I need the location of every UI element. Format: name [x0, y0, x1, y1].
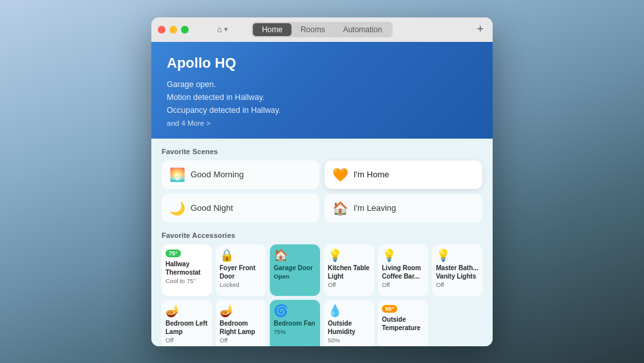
- accessory-outside-temp[interactable]: 95° Outside Temperature: [378, 300, 428, 346]
- scene-im-home-label: I'm Home: [354, 170, 389, 179]
- vanity-lights-name: Master Bath... Vanity Lights: [436, 264, 478, 280]
- home-title: Apollo HQ: [167, 55, 477, 72]
- thermostat-badge: 75°: [166, 250, 181, 257]
- scene-good-night[interactable]: 🌙 Good Night: [162, 194, 319, 222]
- vanity-lights-icon: 💡: [436, 250, 450, 261]
- good-morning-icon: 🌅: [169, 168, 185, 181]
- accessory-kitchen-light[interactable]: 💡 Kitchen Table Light Off: [324, 244, 374, 296]
- traffic-lights: [158, 26, 189, 34]
- outside-temp-name: Outside Temperature: [382, 315, 424, 332]
- accessory-front-door[interactable]: 🔒 Foyer Front Door Locked: [216, 244, 266, 296]
- scene-im-leaving[interactable]: 🏠 I'm Leaving: [325, 194, 482, 222]
- front-door-name: Foyer Front Door: [220, 264, 262, 280]
- alert-2: Motion detected in Hallway.: [167, 91, 477, 104]
- bedroom-left-lamp-icon: 🪔: [166, 305, 180, 317]
- alert-1: Garage open.: [167, 78, 477, 91]
- bedroom-fan-name: Bedroom Fan: [274, 319, 315, 328]
- thermostat-status: Cool to 75°: [166, 277, 196, 284]
- close-button[interactable]: [158, 26, 166, 34]
- scenes-grid: 🌅 Good Morning 🧡 I'm Home 🌙 Good Night 🏠…: [162, 161, 482, 222]
- front-door-icon: 🔒: [220, 250, 234, 261]
- bedroom-left-lamp-name: Bedroom Left Lamp: [166, 319, 208, 336]
- tab-automation[interactable]: Automation: [334, 23, 392, 36]
- outside-temp-badge: 95°: [382, 305, 397, 313]
- titlebar: ⌂ ▾ Home Rooms Automation +: [151, 17, 493, 42]
- scene-good-night-label: Good Night: [191, 203, 233, 213]
- kitchen-light-name: Kitchen Table Light: [328, 264, 370, 280]
- accessory-coffee-bar[interactable]: 💡 Living Room Coffee Bar... Off: [378, 244, 428, 296]
- scene-im-home[interactable]: 🧡 I'm Home: [325, 161, 482, 189]
- scene-im-leaving-label: I'm Leaving: [354, 203, 396, 213]
- garage-door-name: Garage Door: [274, 264, 313, 272]
- bedroom-right-lamp-name: Bedroom Right Lamp: [220, 319, 262, 336]
- accessory-bedroom-left-lamp[interactable]: 🪔 Bedroom Left Lamp Off: [162, 300, 212, 346]
- bedroom-fan-status: 75%: [274, 328, 286, 335]
- bedroom-left-lamp-status: Off: [166, 337, 174, 344]
- content-area: Favorite Scenes 🌅 Good Morning 🧡 I'm Hom…: [151, 139, 493, 346]
- accessory-bedroom-right-lamp[interactable]: 🪔 Bedroom Right Lamp Off: [216, 300, 266, 346]
- hero-section: Apollo HQ Garage open. Motion detected i…: [151, 42, 493, 139]
- coffee-bar-name: Living Room Coffee Bar...: [382, 264, 424, 280]
- bedroom-right-lamp-status: Off: [220, 337, 228, 344]
- tab-home[interactable]: Home: [253, 23, 292, 36]
- accessory-outside-humidity[interactable]: 💧 Outside Humidity 50%: [324, 300, 374, 346]
- accessory-bedroom-fan[interactable]: 🌀 Bedroom Fan 75%: [270, 300, 320, 346]
- outside-humidity-icon: 💧: [328, 305, 342, 317]
- main-window: ⌂ ▾ Home Rooms Automation + Apollo HQ Ga…: [151, 17, 493, 346]
- accessory-garage-door[interactable]: 🏠 Garage Door Open: [270, 244, 320, 296]
- home-chevron: ▾: [224, 25, 228, 34]
- good-night-icon: 🌙: [169, 202, 185, 215]
- add-button[interactable]: +: [474, 23, 486, 36]
- kitchen-light-status: Off: [328, 281, 336, 288]
- tab-rooms[interactable]: Rooms: [292, 23, 334, 36]
- outside-humidity-name: Outside Humidity: [328, 319, 370, 336]
- bedroom-fan-icon: 🌀: [274, 305, 288, 317]
- home-nav[interactable]: ⌂ ▾: [217, 25, 228, 34]
- im-home-icon: 🧡: [332, 168, 348, 181]
- accessory-thermostat[interactable]: 75° Hallway Thermostat Cool to 75°: [162, 244, 212, 296]
- im-leaving-icon: 🏠: [332, 202, 348, 215]
- scenes-section-label: Favorite Scenes: [162, 148, 482, 155]
- minimize-button[interactable]: [169, 26, 177, 34]
- home-icon: ⌂: [217, 25, 222, 34]
- scene-good-morning-label: Good Morning: [191, 170, 243, 179]
- outside-humidity-status: 50%: [328, 337, 340, 344]
- front-door-status: Locked: [220, 281, 240, 288]
- coffee-bar-status: Off: [382, 281, 390, 288]
- alert-3: Occupancy detected in Hallway.: [167, 104, 477, 117]
- accessories-section-label: Favorite Accessories: [162, 231, 482, 239]
- coffee-bar-icon: 💡: [382, 250, 396, 261]
- nav-tabs: Home Rooms Automation: [252, 22, 393, 37]
- bedroom-right-lamp-icon: 🪔: [220, 305, 234, 317]
- garage-door-icon: 🏠: [274, 250, 288, 261]
- garage-door-status: Open: [274, 273, 289, 280]
- kitchen-light-icon: 💡: [328, 250, 342, 261]
- scene-good-morning[interactable]: 🌅 Good Morning: [162, 161, 319, 189]
- more-alerts[interactable]: and 4 More >: [167, 119, 477, 127]
- accessories-grid: 75° Hallway Thermostat Cool to 75° 🔒 Foy…: [162, 244, 482, 346]
- maximize-button[interactable]: [181, 26, 189, 34]
- thermostat-name: Hallway Thermostat: [166, 260, 208, 277]
- alert-list: Garage open. Motion detected in Hallway.…: [167, 78, 477, 117]
- vanity-lights-status: Off: [436, 281, 444, 288]
- accessory-vanity-lights[interactable]: 💡 Master Bath... Vanity Lights Off: [432, 244, 482, 296]
